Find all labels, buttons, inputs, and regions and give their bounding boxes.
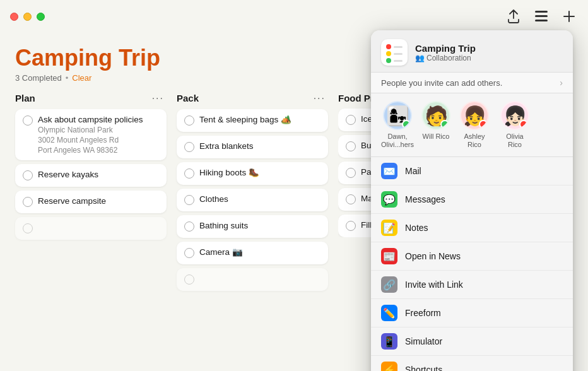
item-checkbox[interactable]	[184, 195, 194, 205]
avatar-will: 🧑	[421, 101, 450, 130]
close-button[interactable]	[10, 13, 18, 21]
freeform-icon: ✏️	[381, 305, 397, 321]
collaborators-row: 👩‍👧 Dawn, Olivi...hers 🧑 Will Rico 👧 Ash…	[371, 93, 573, 157]
item-subtext: Olympic National Park3002 Mount Angeles …	[38, 126, 143, 155]
menu-label-freeform: Freeform	[405, 308, 441, 318]
column-plan-title: Plan	[15, 93, 35, 103]
menu-item-freeform[interactable]: ✏️ Freeform	[371, 299, 573, 327]
add-button[interactable]	[560, 8, 578, 25]
column-pack-items: Tent & sleeping bags 🏕️ Extra blankets H…	[177, 109, 328, 291]
menu-item-mail[interactable]: ✉️ Mail	[371, 157, 573, 186]
item-checkbox[interactable]	[184, 142, 194, 152]
titlebar-actions	[505, 7, 578, 26]
item-text: Bathing suits	[199, 220, 248, 232]
item-text: Clothes	[199, 194, 228, 206]
list-item[interactable]: Reserve kayaks	[15, 164, 167, 187]
avatar-badge	[479, 120, 488, 129]
maximize-button[interactable]	[37, 13, 45, 21]
popup-invite-row[interactable]: People you invite can add others. ›	[371, 73, 573, 93]
chevron-right-icon: ›	[560, 78, 563, 88]
clear-button[interactable]: Clear	[72, 73, 91, 83]
avatar-badge	[440, 120, 449, 129]
avatar-dawn: 👩‍👧	[383, 101, 412, 130]
menu-label-notes: Notes	[405, 223, 428, 233]
column-pack: Pack ··· Tent & sleeping bags 🏕️ Extra b…	[177, 93, 328, 291]
list-item-empty[interactable]	[15, 217, 167, 240]
share-popup: Camping Trip 👥 Collaboration People you …	[371, 30, 573, 371]
item-checkbox[interactable]	[346, 141, 356, 151]
collaborator-will[interactable]: 🧑 Will Rico	[421, 101, 450, 149]
link-icon: 🔗	[381, 276, 397, 293]
minimize-button[interactable]	[23, 13, 32, 21]
popup-subtitle: 👥 Collaboration	[415, 54, 476, 62]
item-checkbox[interactable]	[23, 223, 33, 233]
avatar-badge	[519, 120, 528, 129]
collaborator-ashley[interactable]: 👧 Ashley Rico	[458, 101, 491, 149]
collaborator-olivia[interactable]: 👧🏻 Olivia Rico	[498, 101, 531, 149]
column-plan-more[interactable]: ···	[150, 93, 167, 104]
item-checkbox[interactable]	[184, 221, 194, 232]
popup-header: Camping Trip 👥 Collaboration	[371, 30, 573, 73]
traffic-lights	[10, 13, 45, 21]
column-pack-more[interactable]: ···	[311, 93, 328, 104]
list-item[interactable]: Camera 📷	[177, 242, 328, 264]
column-plan-items: Ask about campsite policies Olympic Nati…	[15, 109, 167, 240]
item-checkbox[interactable]	[23, 115, 33, 126]
collab-name-will: Will Rico	[423, 132, 450, 141]
popup-app-icon	[381, 39, 408, 66]
shortcuts-icon: ⚡	[381, 362, 397, 371]
collab-name-ashley: Ashley Rico	[458, 132, 491, 149]
list-item[interactable]: Hiking boots 🥾	[177, 162, 328, 185]
menu-item-news[interactable]: 📰 Open in News	[371, 242, 573, 271]
item-text: Reserve campsite	[38, 196, 106, 208]
item-text: Tent & sleeping bags 🏕️	[199, 114, 291, 126]
item-text: Reserve kayaks	[38, 169, 98, 181]
svg-rect-2	[535, 20, 548, 21]
list-view-button[interactable]	[532, 8, 550, 25]
svg-rect-0	[535, 11, 548, 13]
collaborator-dawn[interactable]: 👩‍👧 Dawn, Olivi...hers	[381, 101, 414, 149]
item-text: Camera 📷	[199, 247, 243, 259]
item-checkbox[interactable]	[346, 168, 356, 178]
menu-label-mail: Mail	[405, 166, 421, 176]
item-checkbox[interactable]	[184, 115, 194, 126]
menu-label-messages: Messages	[405, 194, 445, 204]
menu-item-messages[interactable]: 💬 Messages	[371, 186, 573, 214]
list-item[interactable]: Extra blankets	[177, 136, 328, 158]
mail-icon: ✉️	[381, 163, 397, 179]
list-item-empty[interactable]	[177, 268, 328, 291]
item-checkbox[interactable]	[346, 115, 356, 125]
list-item[interactable]: Reserve campsite	[15, 191, 167, 213]
svg-rect-1	[535, 15, 548, 17]
menu-label-link: Invite with Link	[405, 280, 463, 290]
menu-item-simulator[interactable]: 📱 Simulator	[371, 327, 573, 356]
avatar-olivia: 👧🏻	[500, 101, 529, 130]
item-checkbox[interactable]	[346, 194, 356, 204]
item-checkbox[interactable]	[184, 248, 194, 258]
menu-item-notes[interactable]: 📝 Notes	[371, 214, 573, 242]
list-item[interactable]: Clothes	[177, 189, 328, 211]
popup-header-text: Camping Trip 👥 Collaboration	[415, 43, 476, 62]
item-checkbox[interactable]	[346, 221, 356, 231]
collab-name-olivia: Olivia Rico	[498, 132, 531, 149]
item-text: Extra blankets	[199, 141, 254, 153]
menu-item-shortcuts[interactable]: ⚡ Shortcuts	[371, 356, 573, 371]
popup-invite-text: People you invite can add others.	[381, 78, 502, 88]
menu-item-link[interactable]: 🔗 Invite with Link	[371, 271, 573, 299]
item-checkbox[interactable]	[23, 170, 33, 180]
collab-name-dawn: Dawn, Olivi...hers	[381, 132, 414, 149]
list-item[interactable]: Ask about campsite policies Olympic Nati…	[15, 109, 167, 161]
share-button[interactable]	[505, 7, 522, 26]
menu-label-news: Open in News	[405, 251, 461, 261]
messages-icon: 💬	[381, 191, 397, 208]
item-checkbox[interactable]	[184, 168, 194, 179]
item-text: Hiking boots 🥾	[199, 167, 259, 179]
titlebar	[0, 0, 588, 33]
item-checkbox[interactable]	[23, 197, 33, 207]
list-item[interactable]: Bathing suits	[177, 215, 328, 238]
simulator-icon: 📱	[381, 333, 397, 350]
list-item[interactable]: Tent & sleeping bags 🏕️	[177, 109, 328, 132]
news-icon: 📰	[381, 248, 397, 264]
item-checkbox[interactable]	[184, 274, 194, 285]
popup-title: Camping Trip	[415, 43, 476, 54]
